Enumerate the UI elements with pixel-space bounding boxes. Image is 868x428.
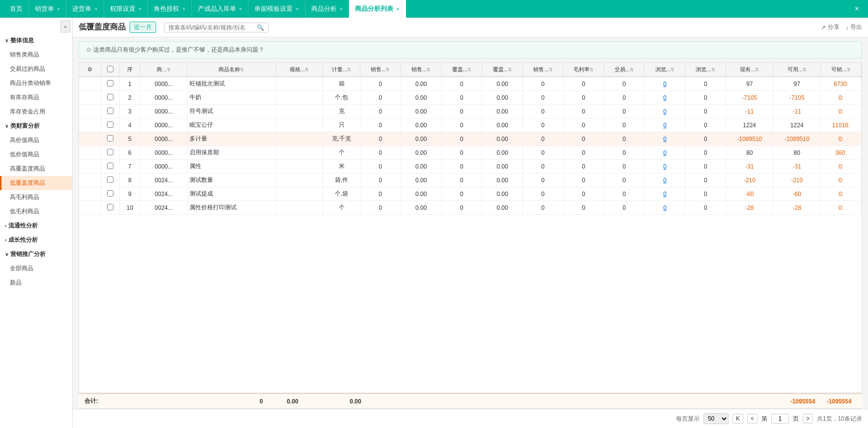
row-current-stock: -11 [726, 105, 773, 118]
row-coverage1: 0 [441, 77, 482, 91]
sidebar-item-stock-capital[interactable]: 库存资金占用 [0, 105, 72, 119]
col-sales-amt[interactable]: 销售...⇅ [401, 63, 441, 77]
col-unit[interactable]: 计量...⇅ [323, 63, 360, 77]
nav-close-sales-order[interactable]: × [57, 6, 60, 12]
sidebar-item-new-goods[interactable]: 新品 [0, 276, 72, 290]
row-checkbox[interactable] [101, 173, 120, 187]
row-checkbox[interactable] [101, 105, 120, 118]
row-browse1[interactable]: 0 [645, 173, 685, 187]
sidebar-item-in-stock[interactable]: 有库存商品 [0, 90, 72, 105]
col-gross-rate[interactable]: 毛利率⇅ [563, 63, 604, 77]
sidebar-item-low-value[interactable]: 低价值商品 [0, 147, 72, 162]
page-size-label: 每页显示 [676, 415, 700, 423]
col-settings[interactable]: ⚙ [79, 63, 101, 77]
row-checkbox[interactable] [101, 201, 120, 215]
row-checkbox[interactable] [101, 160, 120, 173]
row-sales-qty: 0 [360, 146, 401, 160]
col-product-id[interactable]: 商...⇅ [140, 63, 188, 77]
search-input[interactable] [168, 24, 257, 31]
row-browse1[interactable]: 0 [645, 132, 685, 146]
row-browse1[interactable]: 0 [645, 91, 685, 105]
row-checkbox[interactable] [101, 132, 120, 146]
col-sales-qty[interactable]: 销售...⇅ [360, 63, 401, 77]
row-checkbox[interactable] [101, 146, 120, 160]
sidebar-section-wealth[interactable]: ∨ 类财富分析 [0, 119, 72, 133]
nav-sales-order[interactable]: 销货单 × [29, 0, 66, 18]
row-available: -31 [773, 160, 821, 173]
nav-product-stock[interactable]: 产成品入库单 × [192, 0, 248, 18]
nav-close-product-stock[interactable]: × [239, 6, 242, 12]
nav-close-product-analysis-list[interactable]: × [396, 6, 399, 12]
sidebar-item-category-rate[interactable]: 商品分类动销率 [0, 76, 72, 90]
col-spec[interactable]: 规格...⇅ [275, 63, 323, 77]
row-checkbox[interactable] [101, 77, 120, 91]
row-gear [79, 105, 101, 118]
row-coverage1: 0 [441, 160, 482, 173]
sidebar-section-growth[interactable]: › 成长性分析 [0, 233, 72, 247]
first-page-button[interactable]: K [732, 414, 743, 424]
sidebar-section-overview[interactable]: ∨ 整体信息 [0, 33, 72, 48]
row-sales-qty: 0 [360, 91, 401, 105]
nav-close-product-analysis[interactable]: × [340, 6, 343, 12]
col-checkbox[interactable] [101, 63, 120, 77]
sidebar-item-all-goods[interactable]: 全部商品 [0, 261, 72, 276]
row-browse1[interactable]: 0 [645, 105, 685, 118]
nav-product-analysis[interactable]: 商品分析 × [305, 0, 349, 18]
row-browse1[interactable]: 0 [645, 160, 685, 173]
col-coverage1[interactable]: 覆盖...⇅ [441, 63, 482, 77]
share-button[interactable]: ↗ 分享 [821, 23, 840, 31]
col-product-name[interactable]: 商品名称⇅ [188, 63, 275, 77]
search-icon[interactable]: 🔍 [257, 24, 264, 31]
sidebar-item-low-coverage[interactable]: 低覆盖度商品 [0, 176, 72, 190]
nav-purchase-order[interactable]: 进货单 × [66, 0, 104, 18]
row-name: 符号测试 [188, 105, 275, 118]
row-checkbox[interactable] [101, 91, 120, 105]
time-filter-button[interactable]: 近一月 [130, 22, 156, 33]
nav-role-auth[interactable]: 角色授权 × [148, 0, 191, 18]
col-transaction[interactable]: 交易...⇅ [604, 63, 645, 77]
nav-close-role-auth[interactable]: × [182, 6, 185, 12]
row-current-stock: -31 [726, 160, 773, 173]
row-seq: 5 [120, 132, 140, 146]
nav-home[interactable]: 首页 [4, 0, 29, 18]
row-browse1[interactable]: 0 [645, 118, 685, 132]
prev-page-button[interactable]: < [747, 414, 758, 424]
page-size-select[interactable]: 20 50 100 200 [704, 413, 729, 424]
row-gear [79, 173, 101, 187]
row-checkbox[interactable] [101, 187, 120, 201]
export-button[interactable]: ↓ 导出 [845, 23, 862, 31]
nav-product-analysis-list[interactable]: 商品分析列表 × [349, 0, 406, 18]
row-checkbox[interactable] [101, 118, 120, 132]
sidebar-item-high-value[interactable]: 高价值商品 [0, 133, 72, 147]
sidebar-item-high-coverage[interactable]: 高覆盖度商品 [0, 162, 72, 176]
col-browse1[interactable]: 浏览...⇅ [645, 63, 685, 77]
sidebar-item-traded-goods[interactable]: 交易过的商品 [0, 62, 72, 76]
select-all-checkbox[interactable] [107, 66, 113, 72]
row-unit: 箱 [323, 77, 360, 91]
col-available[interactable]: 可用...⇅ [773, 63, 821, 77]
nav-close-template[interactable]: × [296, 6, 298, 12]
sidebar-item-sales-goods[interactable]: 销售类商品 [0, 48, 72, 62]
row-browse1[interactable]: 0 [645, 187, 685, 201]
sidebar-item-low-margin[interactable]: 低毛利商品 [0, 204, 72, 219]
next-page-button[interactable]: > [803, 414, 813, 424]
nav-permission[interactable]: 权限设置 × [104, 0, 148, 18]
nav-close-purchase[interactable]: × [94, 6, 97, 12]
sidebar-section-flow[interactable]: › 流通性分析 [0, 219, 72, 233]
col-browse2[interactable]: 浏览...⇅ [685, 63, 726, 77]
window-close-button[interactable]: × [850, 4, 864, 13]
sidebar-item-high-margin[interactable]: 高毛利商品 [0, 190, 72, 204]
row-browse1[interactable]: 0 [645, 201, 685, 215]
row-browse1[interactable]: 0 [645, 77, 685, 91]
row-id: 0024... [140, 173, 188, 187]
nav-template[interactable]: 单据模板设置 × [248, 0, 305, 18]
col-sellable[interactable]: 可销...⇅ [821, 63, 862, 77]
sidebar-toggle[interactable]: « [60, 21, 70, 32]
nav-close-permission[interactable]: × [138, 6, 141, 12]
col-sales-x[interactable]: 销售...⇅ [523, 63, 564, 77]
col-coverage2[interactable]: 覆盖...⇅ [482, 63, 523, 77]
current-page-input[interactable] [771, 414, 789, 424]
col-current-stock[interactable]: 现有...⇅ [726, 63, 773, 77]
sidebar-section-marketing[interactable]: ∨ 营销推广分析 [0, 247, 72, 261]
row-browse1[interactable]: 0 [645, 146, 685, 160]
